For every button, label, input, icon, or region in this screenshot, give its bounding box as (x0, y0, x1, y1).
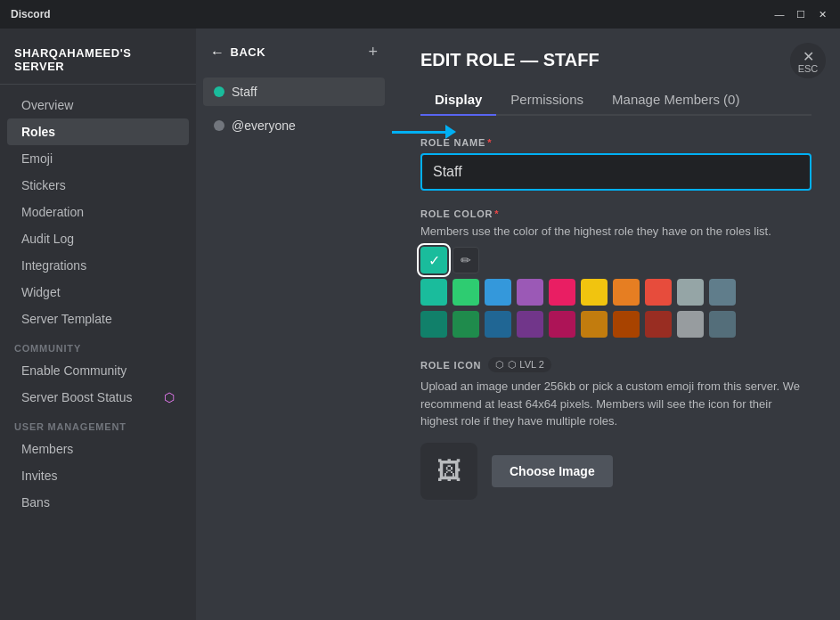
sidebar-item-moderation[interactable]: Moderation (7, 199, 189, 225)
mid-panel: ← BACK + Staff @everyone (196, 29, 392, 620)
role-name-label: ROLE NAME* (420, 137, 811, 148)
color-swatch-10[interactable] (709, 279, 736, 306)
color-swatch-13[interactable] (485, 311, 511, 338)
back-button[interactable]: ← BACK (210, 45, 265, 61)
mid-panel-header: ← BACK + (203, 43, 385, 72)
maximize-button[interactable]: ☐ (794, 7, 808, 21)
sidebar-item-server-template[interactable]: Server Template (7, 306, 189, 332)
color-swatch-7[interactable] (613, 279, 640, 306)
color-swatch-9[interactable] (677, 279, 704, 306)
user-management-section-label: USER MANAGEMENT (0, 411, 196, 436)
color-swatch-3[interactable] (485, 279, 511, 306)
role-color-label: ROLE COLOR* (420, 208, 811, 219)
color-swatch-18[interactable] (645, 311, 672, 338)
color-swatch-19[interactable] (677, 311, 704, 338)
role-icon-label: ROLE ICON (420, 360, 481, 371)
community-section-label: COMMUNITY (0, 332, 196, 357)
sidebar-item-invites[interactable]: Invites (7, 462, 189, 489)
esc-label: ESC (798, 63, 819, 74)
color-swatch-1[interactable] (420, 279, 447, 306)
server-name: SHARQAHAMEED'S SERVER (0, 39, 196, 85)
color-swatch-8[interactable] (645, 279, 672, 306)
titlebar: Discord — ☐ ✕ (0, 0, 840, 29)
close-button[interactable]: ✕ (815, 7, 829, 21)
color-swatch-12[interactable] (453, 311, 479, 338)
sidebar-item-audit-log[interactable]: Audit Log (7, 225, 189, 252)
color-swatch-2[interactable] (453, 279, 479, 306)
arrow-indicator (392, 125, 456, 139)
role-item-everyone[interactable]: @everyone (203, 111, 385, 140)
level2-badge: ⬡ ⬡ LVL 2 (488, 357, 551, 372)
pencil-icon: ✏ (461, 253, 471, 267)
color-swatch-6[interactable] (581, 279, 608, 306)
sidebar-item-overview[interactable]: Overview (7, 92, 189, 118)
back-arrow-icon: ← (210, 45, 225, 61)
sidebar-item-integrations[interactable]: Integrations (7, 252, 189, 279)
checkmark-icon: ✓ (428, 252, 440, 269)
sidebar-item-stickers[interactable]: Stickers (7, 172, 189, 199)
minimize-button[interactable]: — (772, 7, 787, 21)
sidebar-item-widget[interactable]: Widget (7, 279, 189, 306)
tab-permissions[interactable]: Permissions (496, 85, 598, 116)
main-content: ✕ ESC EDIT ROLE — STAFF ••• Display Perm… (392, 29, 840, 620)
color-swatches-default-row: ✓ ✏ (420, 247, 811, 273)
icon-upload-area: 🖼 Choose Image (420, 443, 811, 500)
esc-button[interactable]: ✕ ESC (790, 43, 826, 78)
color-swatch-default[interactable]: ✓ (420, 247, 447, 273)
color-swatch-20[interactable] (709, 311, 736, 338)
level-badge-icon: ⬡ (495, 359, 504, 371)
role-icon-description: Upload an image under 256kb or pick a cu… (420, 378, 811, 430)
color-swatch-5[interactable] (549, 279, 575, 306)
role-icon-header: ROLE ICON ⬡ ⬡ LVL 2 (420, 357, 811, 372)
upload-placeholder: 🖼 (420, 443, 477, 500)
sidebar-item-enable-community[interactable]: Enable Community (7, 357, 189, 384)
color-swatches-row1 (420, 279, 811, 306)
window-controls: — ☐ ✕ (772, 7, 829, 21)
sidebar-item-members[interactable]: Members (7, 436, 189, 462)
tab-manage-members[interactable]: Manage Members (0) (598, 85, 754, 116)
role-color-description: Members use the color of the highest rol… (420, 224, 811, 238)
role-dot-everyone (214, 120, 224, 131)
tab-display[interactable]: Display (420, 85, 496, 116)
role-item-staff[interactable]: Staff (203, 78, 385, 106)
role-color-required: * (494, 208, 499, 219)
choose-image-button[interactable]: Choose Image (492, 455, 613, 487)
upload-icon: 🖼 (436, 456, 461, 485)
role-name-input[interactable] (420, 153, 811, 191)
boost-icon: ⬡ (164, 390, 175, 404)
color-swatches-row2 (420, 311, 811, 338)
arrow-head (445, 125, 456, 139)
sidebar: SHARQAHAMEED'S SERVER Overview Roles Emo… (0, 29, 196, 620)
edit-role-title: EDIT ROLE — STAFF (420, 50, 599, 70)
color-swatch-11[interactable] (420, 311, 447, 338)
color-swatch-14[interactable] (517, 311, 543, 338)
arrow-shaft (392, 131, 445, 134)
sidebar-item-server-boost-status[interactable]: Server Boost Status ⬡ (7, 384, 189, 411)
app-title: Discord (11, 8, 51, 20)
role-name-required: * (487, 137, 492, 148)
sidebar-item-roles[interactable]: Roles (7, 118, 189, 145)
add-role-button[interactable]: + (368, 43, 378, 61)
color-swatch-custom[interactable]: ✏ (453, 247, 479, 273)
role-tabs: Display Permissions Manage Members (0) (420, 85, 811, 116)
color-swatch-4[interactable] (517, 279, 543, 306)
color-swatch-15[interactable] (549, 311, 575, 338)
color-swatch-16[interactable] (581, 311, 608, 338)
role-dot-staff (214, 86, 224, 97)
color-swatch-17[interactable] (613, 311, 640, 338)
edit-role-header: EDIT ROLE — STAFF ••• (420, 50, 811, 70)
sidebar-item-emoji[interactable]: Emoji (7, 145, 189, 172)
sidebar-item-bans[interactable]: Bans (7, 489, 189, 516)
